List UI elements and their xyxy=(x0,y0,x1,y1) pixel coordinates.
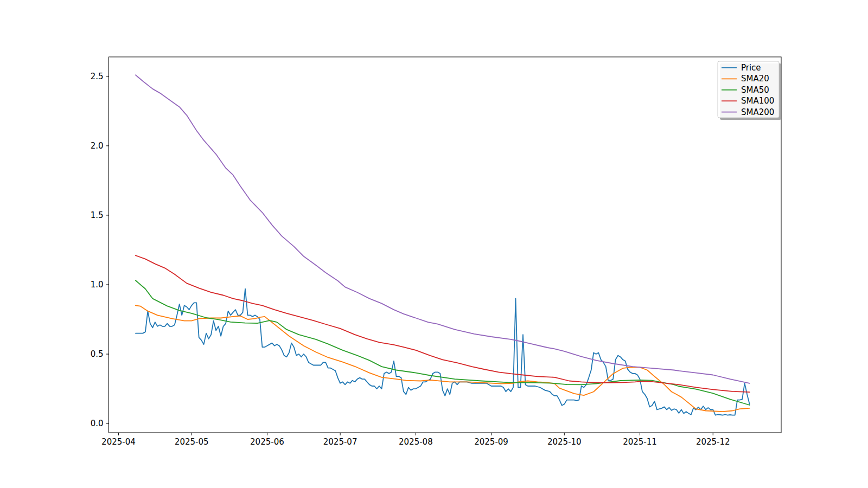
x-tick-label-2025-04: 2025-04 xyxy=(101,437,136,447)
x-tick-label-2025-05: 2025-05 xyxy=(175,437,209,447)
y-tick-label-0.0: 0.0 xyxy=(91,419,104,428)
legend-label-sma200: SMA200 xyxy=(741,107,774,117)
x-tick-label-2025-08: 2025-08 xyxy=(399,437,433,447)
legend-label-sma100: SMA100 xyxy=(741,96,774,106)
x-tick-label-2025-07: 2025-07 xyxy=(323,437,358,447)
x-tick-label-2025-11: 2025-11 xyxy=(623,437,657,447)
y-tick-label-0.5: 0.5 xyxy=(91,349,104,359)
x-tick-label-2025-06: 2025-06 xyxy=(250,437,284,447)
legend-label-price: Price xyxy=(741,63,761,73)
y-tick-label-1.5: 1.5 xyxy=(91,210,104,220)
legend-label-sma20: SMA20 xyxy=(741,74,769,84)
figure-canvas: 2025-042025-052025-062025-072025-082025-… xyxy=(0,0,868,488)
price-sma-line-chart: 2025-042025-052025-062025-072025-082025-… xyxy=(0,0,868,488)
legend-label-sma50: SMA50 xyxy=(741,85,769,95)
y-tick-label-2.0: 2.0 xyxy=(91,141,104,151)
y-tick-label-1.0: 1.0 xyxy=(91,280,104,290)
x-tick-label-2025-09: 2025-09 xyxy=(474,437,508,447)
x-tick-label-2025-10: 2025-10 xyxy=(547,437,582,447)
x-tick-label-2025-12: 2025-12 xyxy=(696,437,730,447)
y-tick-label-2.5: 2.5 xyxy=(91,72,104,81)
legend: PriceSMA20SMA50SMA100SMA200 xyxy=(718,61,781,120)
